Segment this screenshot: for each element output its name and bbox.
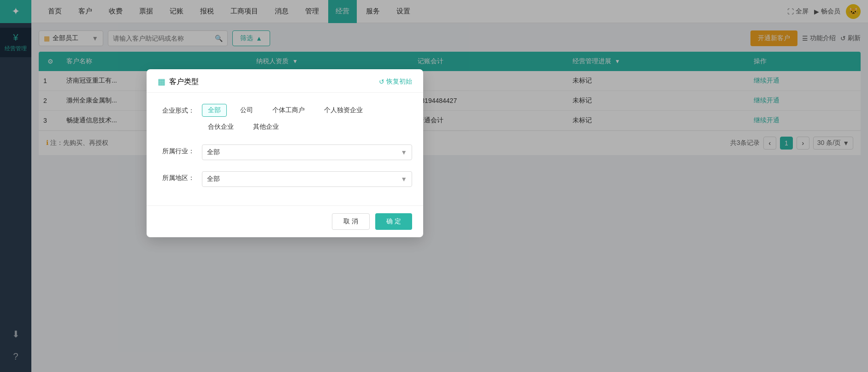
- industry-select-wrap: 全部 ▼: [202, 144, 412, 160]
- modal-overlay: ▦ 客户类型 ↺ 恢复初始 企业形式： 全部公司个体工商户个人独资企业合伙企业其…: [0, 0, 868, 372]
- modal-footer: 取 消 确 定: [147, 205, 423, 237]
- modal-reset-btn[interactable]: ↺ 恢复初始: [379, 78, 412, 86]
- cancel-btn[interactable]: 取 消: [332, 213, 370, 230]
- modal-header: ▦ 客户类型 ↺ 恢复初始: [147, 69, 423, 93]
- customer-type-modal: ▦ 客户类型 ↺ 恢复初始 企业形式： 全部公司个体工商户个人独资企业合伙企业其…: [147, 69, 423, 237]
- enterprise-option-个人独资企业[interactable]: 个人独资企业: [318, 104, 369, 117]
- reset-label: 恢复初始: [386, 78, 412, 86]
- reset-icon: ↺: [379, 78, 384, 85]
- region-select[interactable]: 全部 ▼: [202, 171, 412, 187]
- enterprise-option-公司[interactable]: 公司: [234, 104, 259, 117]
- industry-label: 所属行业：: [158, 144, 195, 156]
- enterprise-option-合伙企业[interactable]: 合伙企业: [202, 120, 240, 133]
- enterprise-option-个体工商户[interactable]: 个体工商户: [266, 104, 311, 117]
- industry-select[interactable]: 全部 ▼: [202, 144, 412, 160]
- industry-form-row: 所属行业： 全部 ▼: [158, 144, 412, 160]
- region-value: 全部: [207, 175, 401, 183]
- enterprise-radio-group: 全部公司个体工商户个人独资企业合伙企业其他企业: [202, 104, 412, 133]
- enterprise-form-row: 企业形式： 全部公司个体工商户个人独资企业合伙企业其他企业: [158, 104, 412, 133]
- industry-arrow-icon: ▼: [401, 149, 407, 156]
- modal-body: 企业形式： 全部公司个体工商户个人独资企业合伙企业其他企业 所属行业： 全部 ▼: [147, 93, 423, 205]
- confirm-btn[interactable]: 确 定: [375, 213, 412, 230]
- region-form-row: 所属地区： 全部 ▼: [158, 171, 412, 187]
- region-arrow-icon: ▼: [401, 175, 407, 183]
- modal-title: 客户类型: [169, 77, 199, 87]
- region-label: 所属地区：: [158, 171, 195, 182]
- modal-title-icon: ▦: [158, 77, 165, 87]
- industry-value: 全部: [207, 148, 401, 156]
- enterprise-option-全部[interactable]: 全部: [202, 104, 227, 117]
- enterprise-label: 企业形式：: [158, 104, 195, 115]
- modal-title-area: ▦ 客户类型: [158, 77, 199, 87]
- enterprise-option-其他企业[interactable]: 其他企业: [247, 120, 285, 133]
- enterprise-options: 全部公司个体工商户个人独资企业合伙企业其他企业: [202, 104, 412, 133]
- region-select-wrap: 全部 ▼: [202, 171, 412, 187]
